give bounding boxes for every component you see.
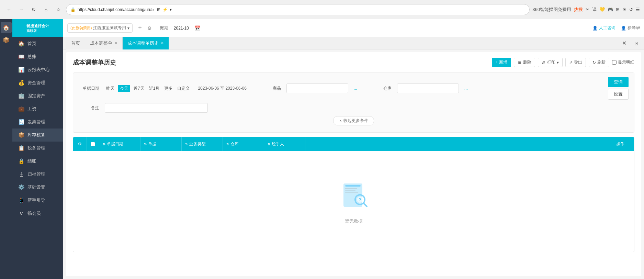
wallet-icon[interactable]: 💛 (599, 7, 605, 12)
sidebar-label-reports: 云报表中心 (27, 67, 50, 73)
show-detail-checkbox[interactable]: 显示明细 (612, 59, 634, 65)
query-button[interactable]: 查询 (608, 77, 629, 87)
tab-home-label: 首页 (71, 40, 80, 46)
tab-home[interactable]: 首页 (66, 37, 85, 49)
filter-settings-button[interactable]: 设置 (608, 89, 629, 100)
th-bill[interactable]: ⇅ 单据... (140, 137, 182, 151)
th-warehouse[interactable]: ⇅ 仓库 (223, 137, 264, 151)
grid-icon[interactable]: ⊞ (616, 7, 620, 12)
brightness-icon[interactable]: ☀ (622, 7, 626, 12)
service-button[interactable]: 👤 人工咨询 (592, 25, 615, 31)
logo-line1: 畅捷通好会计 (26, 23, 49, 28)
address-bar[interactable]: 🔒 https://cloud.chanjet.com/accounting/u… (66, 4, 530, 15)
th-type[interactable]: ⇅ 业务类型 (182, 137, 223, 151)
th-checkbox[interactable] (87, 137, 99, 151)
empty-illustration: ? (337, 178, 371, 213)
query-settings-buttons: 查询 设置 (608, 77, 629, 100)
action-buttons: + 新增 🗑 删除 🖨 打印 ▾ ↗ 导出 ↻ (492, 58, 634, 67)
sidebar-item-funds[interactable]: 💰 资金管理 (12, 76, 63, 89)
sidebar-label-guide: 新手引导 (27, 197, 45, 203)
sidebar-item-archive[interactable]: 🗄 归档管理 (12, 168, 63, 181)
forward-button[interactable]: → (16, 5, 26, 14)
svg-rect-3 (345, 190, 355, 191)
home-button[interactable]: ⌂ (41, 5, 51, 14)
game-icon[interactable]: 🎮 (608, 7, 613, 12)
company-name: 江西服宝测试专用 (93, 25, 126, 31)
empty-text: 暂无数据 (345, 218, 363, 224)
refresh-label: 刷新 (597, 59, 606, 65)
icon-sidebar-active[interactable]: 🏠 (1, 22, 12, 33)
tab-cost-adjust-history[interactable]: 成本调整单历史 ✕ (123, 37, 169, 49)
translate-icon[interactable]: 译 (592, 7, 597, 13)
sort-operator-icon: ⇅ (268, 142, 270, 146)
show-detail-input[interactable] (612, 60, 617, 65)
invoice-icon: 🧾 (18, 119, 25, 125)
bookmark-button[interactable]: ☆ (54, 5, 63, 14)
sidebar-item-ledger[interactable]: 📖 总账 (12, 50, 63, 63)
date-1month[interactable]: 近1月 (148, 85, 161, 92)
hot-label: 热搜 (574, 7, 583, 13)
date-yesterday[interactable]: 昨天 (105, 85, 116, 92)
sidebar-item-payroll[interactable]: 💼 工资 (12, 102, 63, 115)
sidebar-item-member[interactable]: V 畅会员 (12, 207, 63, 220)
date-7days[interactable]: 近7天 (132, 85, 146, 92)
new-btn[interactable]: + 新增 (492, 58, 511, 67)
panel-close-btn[interactable]: ✕ (619, 38, 629, 48)
th-type-label: 业务类型 (189, 141, 206, 147)
tab-bar: 首页 成本调整单 ✕ 成本调整单历史 ✕ ✕ ⊡ (63, 37, 644, 49)
ssl-lock-icon: 🔒 (70, 7, 76, 12)
funds-icon: 💰 (18, 80, 25, 86)
sort-bill-icon: ⇅ (144, 142, 147, 146)
sidebar-item-guide[interactable]: 📱 新手引导 (12, 194, 63, 207)
export-btn[interactable]: ↗ 导出 (565, 58, 586, 67)
date-more[interactable]: 更多 (163, 85, 174, 92)
date-custom[interactable]: 自定义 (176, 85, 191, 92)
icon-sidebar-item-2[interactable]: 📦 (1, 34, 12, 45)
warehouse-select[interactable] (397, 83, 459, 93)
calendar-icon[interactable]: 📅 (194, 25, 200, 31)
tab-cost-adjust-close[interactable]: ✕ (114, 41, 117, 45)
sidebar-item-assets[interactable]: 🏢 固定资产 (12, 89, 63, 102)
tab-cost-adjust[interactable]: 成本调整单 ✕ (85, 37, 123, 49)
refresh-btn[interactable]: ↻ 刷新 (589, 58, 609, 67)
back-button[interactable]: ← (4, 5, 14, 14)
service-icon: 👤 (592, 26, 598, 31)
date-today[interactable]: 今天 (118, 85, 130, 92)
sidebar-item-closing[interactable]: 🔒 结账 (12, 155, 63, 168)
sidebar-item-home[interactable]: 🏠 首页 (12, 37, 63, 50)
refresh-button[interactable]: ↻ (29, 5, 38, 14)
tab-cost-adjust-history-close[interactable]: ✕ (161, 41, 164, 45)
sidebar-item-reports[interactable]: 📊 云报表中心 (12, 63, 63, 76)
th-settings[interactable]: ⚙ (73, 137, 87, 151)
note-filter-label: 备注 (79, 105, 99, 111)
ledger-icon: 📖 (18, 54, 25, 60)
sidebar-item-invoice[interactable]: 🧾 发票管理 (12, 115, 63, 129)
sidebar-item-tax[interactable]: 📋 税务管理 (12, 142, 63, 155)
warehouse-more-btn[interactable]: ... (464, 86, 468, 91)
archive-icon: 🗄 (18, 171, 25, 177)
scissors-icon[interactable]: ✂ (586, 7, 589, 12)
date-shortcuts: 昨天 今天 近7天 近1月 更多 自定义 (105, 85, 191, 92)
note-filter-input[interactable] (105, 103, 208, 113)
settings-gear-icon[interactable]: ⚙ (147, 25, 152, 31)
goods-select[interactable] (286, 83, 348, 93)
add-company-btn[interactable]: + (138, 24, 142, 32)
collapse-button[interactable]: ∧ 收起更多条件 (333, 116, 374, 125)
sidebar-label-settings: 基础设置 (27, 184, 45, 190)
th-date[interactable]: ⇅ 单据日期 (99, 137, 140, 151)
tab-cost-adjust-label: 成本调整单 (90, 40, 112, 46)
th-operator[interactable]: ⇅ 经手人 (264, 137, 305, 151)
company-selector[interactable]: (勿删勿禁用) 江西服宝测试专用 ▾ (67, 23, 133, 33)
undo-icon[interactable]: ↺ (629, 7, 633, 12)
print-btn[interactable]: 🖨 打印 ▾ (538, 58, 563, 67)
goods-more-btn[interactable]: ... (354, 86, 357, 91)
delete-btn[interactable]: 🗑 删除 (514, 58, 535, 67)
th-action-label: 操作 (616, 141, 624, 147)
select-all-checkbox[interactable] (91, 142, 95, 146)
user-info[interactable]: 👤 徐泽华 (621, 25, 640, 31)
sidebar-item-inventory[interactable]: 📦 库存核算 (12, 129, 63, 142)
menu-icon[interactable]: ☰ (636, 7, 640, 12)
panel-resize-btn[interactable]: ⊡ (632, 38, 641, 48)
sidebar-item-settings[interactable]: ⚙️ 基础设置 (12, 181, 63, 194)
sidebar-label-home: 首页 (27, 41, 36, 47)
